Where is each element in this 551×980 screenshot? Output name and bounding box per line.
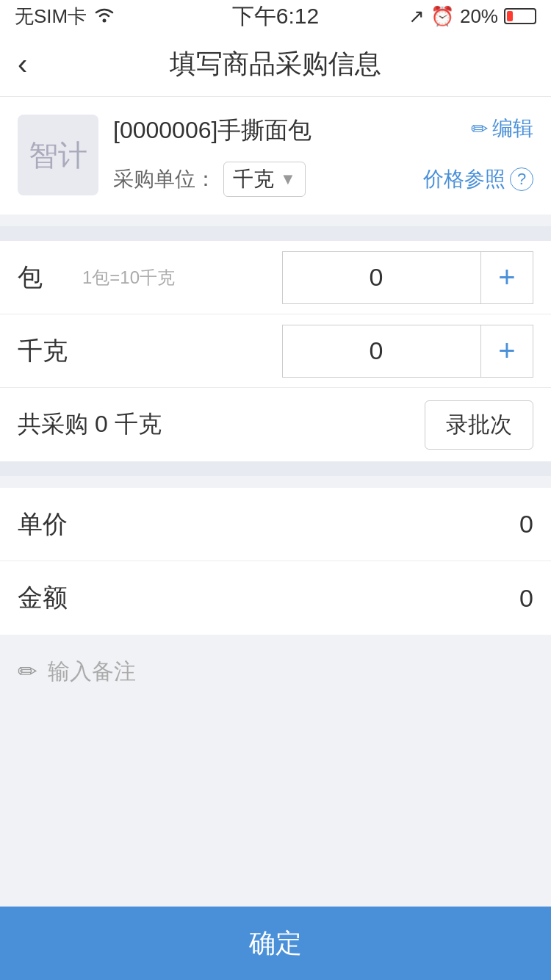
edit-icon: ✏	[471, 117, 488, 141]
price-section: 单价 0 金额 0	[0, 488, 551, 635]
status-right: ↗ ⏰ 20%	[408, 5, 536, 28]
battery-percent: 20%	[460, 5, 498, 28]
quantity-input-bao[interactable]	[282, 251, 480, 304]
batch-button[interactable]: 录批次	[425, 400, 533, 450]
label-bao: 包	[18, 261, 76, 295]
plus-button-kg[interactable]: +	[480, 325, 533, 378]
dropdown-arrow-icon: ▼	[280, 170, 296, 189]
plus-button-bao[interactable]: +	[480, 251, 533, 304]
quantity-input-kg[interactable]	[282, 325, 480, 378]
edit-label: 编辑	[492, 115, 533, 143]
price-row-amount: 金额 0	[0, 561, 551, 635]
product-card: 智计 [0000006]手撕面包 ✏ 编辑 采购单位： 千克 ▼	[0, 97, 551, 215]
price-row-unit: 单价 0	[0, 488, 551, 561]
price-ref-button[interactable]: 价格参照 ?	[423, 165, 533, 193]
product-info: [0000006]手撕面包 ✏ 编辑 采购单位： 千克 ▼ 价格参照 ?	[113, 115, 533, 197]
label-kg: 千克	[18, 334, 76, 368]
edit-button[interactable]: ✏ 编辑	[471, 115, 533, 143]
sublabel-bao: 1包=10千克	[82, 266, 175, 289]
unit-value: 千克	[233, 165, 274, 193]
summary-amount: 0	[95, 411, 108, 437]
svg-point-0	[103, 18, 107, 22]
unit-selector[interactable]: 千克 ▼	[223, 162, 306, 197]
bottom-spacer	[0, 708, 551, 929]
content: 智计 [0000006]手撕面包 ✏ 编辑 采购单位： 千克 ▼	[0, 97, 551, 929]
location-icon: ↗	[408, 5, 425, 28]
status-left: 无SIM卡	[15, 4, 115, 29]
price-label-unit: 单价	[18, 508, 68, 541]
confirm-button[interactable]: 确定	[0, 907, 551, 980]
product-image: 智计	[18, 115, 98, 195]
status-bar: 无SIM卡 下午6:12 ↗ ⏰ 20%	[0, 0, 551, 32]
input-right-kg: +	[282, 325, 533, 378]
confirm-label: 确定	[249, 926, 302, 962]
product-title: 手撕面包	[217, 117, 311, 143]
input-row-bao: 包 1包=10千克 +	[0, 241, 551, 314]
divider-1	[0, 226, 551, 241]
carrier-label: 无SIM卡	[15, 4, 87, 29]
price-value-unit: 0	[519, 510, 533, 538]
product-name-row: [0000006]手撕面包 ✏ 编辑	[113, 115, 533, 147]
battery-icon	[504, 8, 536, 24]
summary-unit: 千克	[115, 411, 162, 437]
notes-placeholder: 输入备注	[48, 657, 136, 687]
alarm-icon: ⏰	[431, 5, 454, 28]
summary-row: 共采购 0 千克 录批次	[0, 388, 551, 461]
notes-section[interactable]: ✏ 输入备注	[0, 635, 551, 708]
price-label-amount: 金额	[18, 581, 68, 615]
input-right-bao: +	[282, 251, 533, 304]
page-title: 填写商品采购信息	[170, 46, 381, 82]
product-logo: 智计	[29, 135, 87, 176]
help-icon: ?	[510, 167, 533, 191]
pencil-icon: ✏	[18, 657, 37, 685]
divider-2	[0, 461, 551, 476]
input-section: 包 1包=10千克 + 千克 + 共采购 0 千克 录批次	[0, 241, 551, 461]
product-id: [0000006]	[113, 117, 217, 143]
purchase-unit-label: 采购单位：	[113, 165, 216, 193]
back-button[interactable]: ‹	[18, 48, 27, 81]
purchase-unit-row: 采购单位： 千克 ▼ 价格参照 ?	[113, 162, 533, 197]
input-row-kg: 千克 +	[0, 314, 551, 388]
price-value-amount: 0	[519, 584, 533, 613]
wifi-icon	[94, 5, 115, 28]
status-time: 下午6:12	[232, 1, 319, 32]
price-ref-label: 价格参照	[423, 165, 505, 193]
product-name: [0000006]手撕面包	[113, 115, 462, 147]
summary-prefix: 共采购	[18, 411, 88, 437]
nav-bar: ‹ 填写商品采购信息	[0, 32, 551, 97]
summary-text: 共采购 0 千克	[18, 408, 162, 441]
